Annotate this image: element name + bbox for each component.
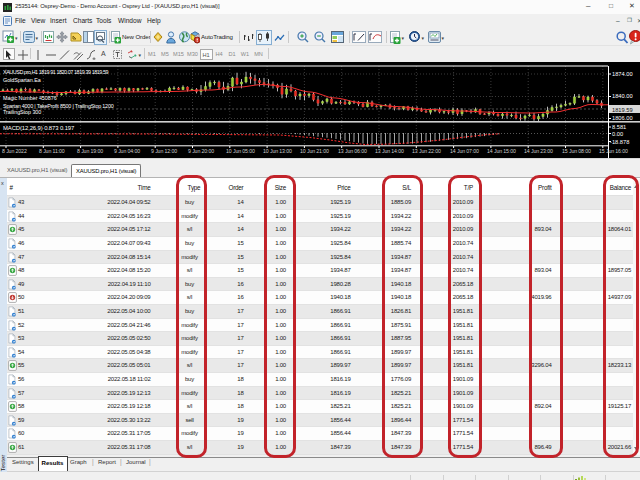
svg-text:XAUUSD.pro,H1 1819.91 1820.07: XAUUSD.pro,H1 1819.91 1820.07 1819.39 18… bbox=[3, 69, 109, 75]
svg-text:1874.00: 1874.00 bbox=[612, 71, 633, 77]
svg-text:13 Jun 22:00: 13 Jun 22:00 bbox=[412, 148, 441, 154]
svg-text:MACD(12,26,9) 0.873 0.197: MACD(12,26,9) 0.873 0.197 bbox=[3, 125, 74, 131]
svg-text:9 Jun 04:00: 9 Jun 04:00 bbox=[114, 148, 140, 154]
svg-text:Tester: Tester bbox=[0, 455, 6, 472]
svg-text:1819.59: 1819.59 bbox=[612, 107, 633, 113]
svg-text:13 Jun 06:00: 13 Jun 06:00 bbox=[338, 148, 367, 154]
svg-text:15 Jun 08:00: 15 Jun 08:00 bbox=[562, 148, 591, 154]
svg-text:-18.878: -18.878 bbox=[610, 139, 629, 145]
svg-text:8 Jun 11:00: 8 Jun 11:00 bbox=[39, 148, 65, 154]
svg-text:14 Jun 23:00: 14 Jun 23:00 bbox=[524, 148, 553, 154]
svg-text:10 Jun 13:00: 10 Jun 13:00 bbox=[263, 148, 292, 154]
svg-text:13 Jun 14:00: 13 Jun 14:00 bbox=[375, 148, 404, 154]
svg-text:8 Jun 19:00: 8 Jun 19:00 bbox=[77, 148, 103, 154]
svg-text:1840.00: 1840.00 bbox=[612, 93, 633, 99]
svg-text:10 Jun 21:00: 10 Jun 21:00 bbox=[300, 148, 329, 154]
svg-text:9 Jun 20:00: 9 Jun 20:00 bbox=[188, 148, 214, 154]
svg-text:9 Jun 12:00: 9 Jun 12:00 bbox=[151, 148, 177, 154]
svg-text:15 Jun 16:00: 15 Jun 16:00 bbox=[599, 148, 628, 154]
svg-text:14 Jun 07:00: 14 Jun 07:00 bbox=[450, 148, 479, 154]
svg-text:8 Jun 2022: 8 Jun 2022 bbox=[2, 148, 27, 154]
svg-text:10 Jun 05:00: 10 Jun 05:00 bbox=[226, 148, 255, 154]
svg-text:8.581: 8.581 bbox=[612, 124, 626, 130]
svg-text:TrailingStop 300: TrailingStop 300 bbox=[3, 109, 41, 115]
svg-text:1806.00: 1806.00 bbox=[612, 115, 633, 121]
svg-text:Magic Number 450876: Magic Number 450876 bbox=[3, 95, 57, 101]
svg-text:0.00: 0.00 bbox=[612, 131, 623, 137]
svg-text:14 Jun 15:00: 14 Jun 15:00 bbox=[487, 148, 516, 154]
svg-text:GoldSpartan.Ea: GoldSpartan.Ea bbox=[3, 77, 41, 83]
